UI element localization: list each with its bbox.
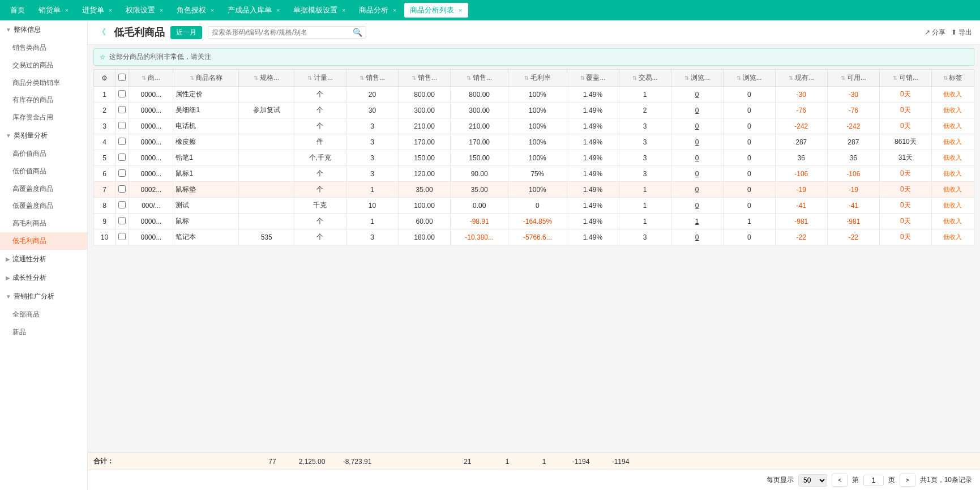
th-name[interactable]: 商品名称 <box>173 70 239 87</box>
cell-browse1[interactable]: 0 <box>671 103 723 118</box>
cell-checkbox[interactable] <box>115 182 129 198</box>
nav-goods-analysis-list[interactable]: 商品分析列表 × <box>404 3 468 18</box>
th-coverage[interactable]: 覆盖... <box>567 70 619 87</box>
th-browse1[interactable]: 浏览... <box>671 70 723 87</box>
sidebar-item-sales-products[interactable]: 销售类商品 <box>0 39 87 57</box>
cell-name[interactable]: 橡皮擦 <box>173 134 239 150</box>
row-checkbox[interactable] <box>118 169 126 177</box>
cell-browse1[interactable]: 0 <box>671 134 723 150</box>
nav-goods-analysis[interactable]: 商品分析 × <box>353 3 402 18</box>
row-checkbox[interactable] <box>118 185 126 193</box>
row-checkbox[interactable] <box>118 122 126 129</box>
collapse-sidebar-btn[interactable]: 《 <box>96 25 108 40</box>
nav-close-roles[interactable]: × <box>211 7 214 14</box>
filter-recent-month-btn[interactable]: 近一月 <box>170 26 202 39</box>
browse1-link[interactable]: 0 <box>695 186 699 194</box>
nav-template[interactable]: 单据模板设置 × <box>288 3 351 18</box>
row-checkbox[interactable] <box>118 90 126 97</box>
th-settings[interactable]: ⚙ <box>94 70 115 87</box>
cell-name[interactable]: 吴细细1 <box>173 103 239 118</box>
nav-close-permissions[interactable]: × <box>160 7 163 14</box>
row-checkbox[interactable] <box>118 106 126 113</box>
next-page-btn[interactable]: ＞ <box>900 474 915 487</box>
cell-browse1[interactable]: 0 <box>671 182 723 198</box>
nav-close-purchase[interactable]: × <box>109 7 112 14</box>
cell-name[interactable]: 鼠标 <box>173 214 239 229</box>
search-icon[interactable]: 🔍 <box>353 28 362 37</box>
sidebar-item-high-margin[interactable]: 高毛利商品 <box>0 215 87 232</box>
search-input[interactable] <box>212 28 353 36</box>
sidebar-group-flow[interactable]: ▶ 流通性分析 <box>0 250 87 269</box>
row-checkbox[interactable] <box>118 201 126 208</box>
row-checkbox[interactable] <box>118 217 126 224</box>
page-size-select[interactable]: 50 100 200 <box>798 474 827 487</box>
cell-browse1[interactable]: 1 <box>671 214 723 229</box>
th-gross-margin[interactable]: 毛利率 <box>508 70 567 87</box>
row-checkbox[interactable] <box>118 138 126 145</box>
sidebar-item-low-value[interactable]: 低价值商品 <box>0 163 87 180</box>
cell-browse1[interactable]: 0 <box>671 150 723 166</box>
sidebar-group-overall[interactable]: ▼ 整体信息 <box>0 20 87 39</box>
sidebar-group-growth[interactable]: ▶ 成长性分析 <box>0 269 87 287</box>
cell-name[interactable]: 鼠标垫 <box>173 182 239 198</box>
th-browse2[interactable]: 浏览... <box>723 70 775 87</box>
browse1-link[interactable]: 0 <box>695 122 699 130</box>
sidebar-group-category[interactable]: ▼ 类别量分析 <box>0 126 87 145</box>
sidebar-item-traded[interactable]: 交易过的商品 <box>0 57 87 74</box>
sidebar-item-new-products[interactable]: 新品 <box>0 323 87 341</box>
export-btn[interactable]: ⬆ 导出 <box>951 28 972 37</box>
cell-checkbox[interactable] <box>115 87 129 103</box>
cell-name[interactable]: 属性定价 <box>173 87 239 103</box>
browse1-link[interactable]: 0 <box>695 91 699 99</box>
browse1-link[interactable]: 1 <box>695 218 699 225</box>
cell-name[interactable]: 铅笔1 <box>173 150 239 166</box>
browse1-link[interactable]: 0 <box>695 170 699 178</box>
cell-checkbox[interactable] <box>115 166 129 182</box>
sidebar-item-high-value[interactable]: 高价值商品 <box>0 145 87 163</box>
sidebar-item-category-rate[interactable]: 商品分类助销率 <box>0 74 87 92</box>
th-sale-qty[interactable]: 销售... <box>346 70 399 87</box>
cell-browse1[interactable]: 0 <box>671 229 723 245</box>
cell-checkbox[interactable] <box>115 229 129 245</box>
cell-name[interactable]: 电话机 <box>173 118 239 134</box>
browse1-link[interactable]: 0 <box>695 233 699 241</box>
cell-browse1[interactable]: 0 <box>671 118 723 134</box>
cell-browse1[interactable]: 0 <box>671 166 723 182</box>
cell-browse1[interactable]: 0 <box>671 87 723 103</box>
nav-home[interactable]: 首页 <box>5 3 31 18</box>
th-sale-profit[interactable]: 销售... <box>451 70 508 87</box>
prev-page-btn[interactable]: ＜ <box>832 474 848 487</box>
cell-name[interactable]: 笔记本 <box>173 229 239 245</box>
row-checkbox[interactable] <box>118 233 126 240</box>
th-code[interactable]: 商... <box>129 70 173 87</box>
cell-checkbox[interactable] <box>115 214 129 229</box>
nav-close-template[interactable]: × <box>342 7 345 14</box>
sidebar-item-all-products[interactable]: 全部商品 <box>0 306 87 323</box>
share-btn[interactable]: ↗ 分享 <box>925 28 945 37</box>
cell-checkbox[interactable] <box>115 198 129 214</box>
nav-product-entry[interactable]: 产成品入库单 × <box>222 3 285 18</box>
th-tag[interactable]: 标签 <box>931 70 974 87</box>
cell-checkbox[interactable] <box>115 134 129 150</box>
sidebar-group-marketing[interactable]: ▼ 营销推广分析 <box>0 287 87 306</box>
nav-sales[interactable]: 销货单 × <box>33 3 74 18</box>
select-all-checkbox[interactable] <box>118 74 126 81</box>
nav-close-goods-analysis-list[interactable]: × <box>459 7 462 14</box>
cell-checkbox[interactable] <box>115 150 129 166</box>
th-sellable[interactable]: 可销... <box>879 70 931 87</box>
cell-name[interactable]: 测试 <box>173 198 239 214</box>
sidebar-item-high-coverage[interactable]: 高覆盖度商品 <box>0 180 87 198</box>
browse1-link[interactable]: 0 <box>695 202 699 210</box>
cell-name[interactable]: 鼠标1 <box>173 166 239 182</box>
th-trade[interactable]: 交易... <box>619 70 671 87</box>
browse1-link[interactable]: 0 <box>695 138 699 146</box>
nav-roles[interactable]: 角色授权 × <box>171 3 220 18</box>
sidebar-item-in-stock[interactable]: 有库存的商品 <box>0 91 87 109</box>
page-number-input[interactable] <box>863 475 884 486</box>
cell-checkbox[interactable] <box>115 118 129 134</box>
browse1-link[interactable]: 0 <box>695 154 699 162</box>
nav-purchase[interactable]: 进货单 × <box>76 3 118 18</box>
row-checkbox[interactable] <box>118 154 126 161</box>
sidebar-item-capital[interactable]: 库存资金占用 <box>0 109 87 126</box>
th-sale-price[interactable]: 销售... <box>399 70 451 87</box>
